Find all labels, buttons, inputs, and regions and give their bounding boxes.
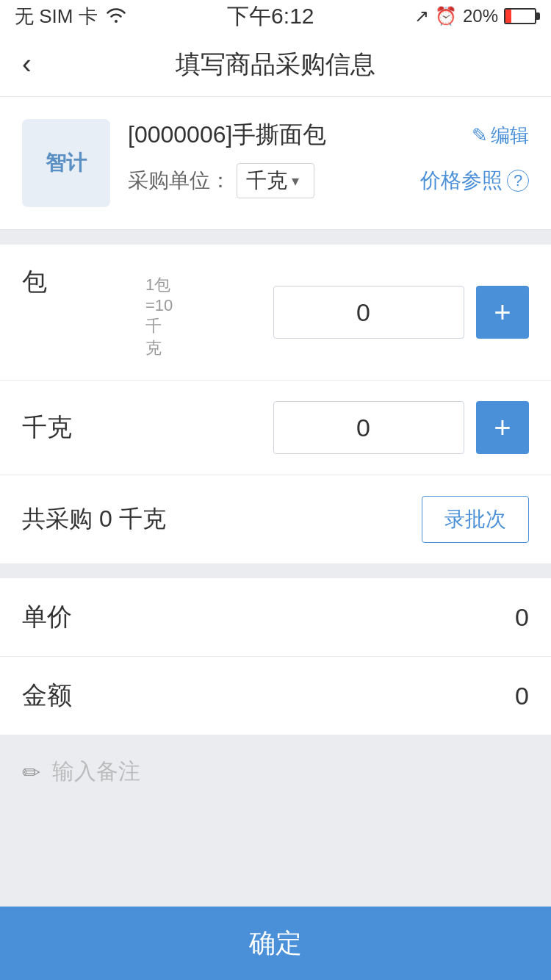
bag-input-wrapper: +	[140, 286, 529, 339]
price-ref-label: 价格参照	[420, 167, 503, 195]
dropdown-icon: ▾	[292, 172, 299, 190]
amount-label: 金额	[22, 679, 72, 713]
battery-percent: 20%	[463, 6, 498, 26]
location-icon: ↗	[414, 6, 429, 26]
help-icon: ?	[507, 170, 529, 192]
notes-placeholder: 输入备注	[52, 757, 140, 787]
batch-button[interactable]: 录批次	[422, 496, 529, 543]
section-divider-2	[0, 563, 551, 578]
edit-button[interactable]: ✎ 编辑	[472, 123, 529, 148]
edit-label: 编辑	[491, 123, 529, 148]
bag-input[interactable]	[273, 286, 464, 339]
total-label: 共采购	[22, 505, 99, 532]
confirm-button[interactable]: 确定	[0, 907, 551, 980]
wifi-icon	[105, 5, 127, 28]
total-value: 0	[99, 505, 119, 532]
alarm-icon: ⏰	[435, 6, 457, 26]
unit-price-label: 单价	[22, 600, 72, 634]
kg-label: 千克	[22, 411, 140, 444]
product-thumbnail: 智计	[22, 119, 110, 207]
amount-value: 0	[515, 682, 529, 710]
kg-label-group: 千克	[22, 411, 140, 444]
kg-input-wrapper: +	[140, 401, 529, 454]
amount-row: 金额 0	[0, 657, 551, 735]
edit-icon: ✎	[472, 124, 488, 147]
page-title: 填写商品采购信息	[176, 48, 375, 82]
product-name: [0000006]手撕面包	[128, 119, 326, 151]
bag-label-group: 包 1包=10千克	[22, 265, 140, 359]
product-info: [0000006]手撕面包 ✎ 编辑 采购单位： 千克 ▾ 价格参照 ?	[128, 119, 529, 198]
total-row: 共采购 0 千克 录批次	[0, 475, 551, 563]
section-divider-1	[0, 230, 551, 245]
price-section: 单价 0 金额 0	[0, 578, 551, 735]
purchase-unit-row: 采购单位： 千克 ▾ 价格参照 ?	[128, 163, 529, 198]
unit-select[interactable]: 千克 ▾	[237, 163, 314, 198]
unit-price-row: 单价 0	[0, 578, 551, 657]
unit-label: 采购单位：	[128, 167, 231, 195]
bag-label: 包	[22, 265, 140, 299]
input-section: 包 1包=10千克 + 千克 +	[0, 245, 551, 475]
total-text: 共采购 0 千克	[22, 503, 166, 536]
unit-value: 千克	[246, 167, 287, 195]
kg-plus-button[interactable]: +	[476, 401, 529, 454]
battery-icon	[504, 8, 536, 24]
product-name-row: [0000006]手撕面包 ✎ 编辑	[128, 119, 529, 151]
status-right: ↗ ⏰ 20%	[414, 6, 536, 26]
unit-price-value: 0	[515, 603, 529, 632]
nav-bar: ‹ 填写商品采购信息	[0, 32, 551, 97]
kg-input-row: 千克 +	[0, 381, 551, 475]
pencil-icon: ✏	[22, 760, 40, 785]
status-bar: 无 SIM 卡 下午6:12 ↗ ⏰ 20%	[0, 0, 551, 32]
kg-input[interactable]	[273, 401, 464, 454]
back-button[interactable]: ‹	[22, 48, 32, 80]
status-left: 无 SIM 卡	[15, 4, 127, 29]
bag-plus-button[interactable]: +	[476, 286, 529, 339]
product-thumb-text: 智计	[46, 149, 87, 177]
product-card: 智计 [0000006]手撕面包 ✎ 编辑 采购单位： 千克 ▾ 价格参照 ?	[0, 97, 551, 230]
carrier-label: 无 SIM 卡	[15, 4, 98, 29]
total-unit: 千克	[119, 505, 166, 532]
status-time: 下午6:12	[227, 1, 314, 32]
price-reference-button[interactable]: 价格参照 ?	[420, 167, 529, 195]
bag-input-row: 包 1包=10千克 +	[0, 245, 551, 381]
